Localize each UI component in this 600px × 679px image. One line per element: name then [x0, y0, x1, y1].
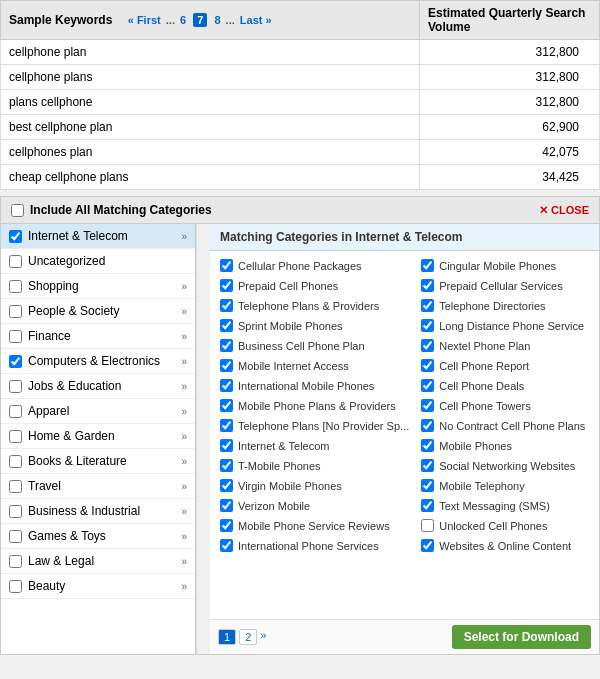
sidebar-scrollbar[interactable] [196, 224, 210, 654]
sidebar-item-computers-electronics[interactable]: Computers & Electronics » [1, 349, 195, 374]
cat-label-international-mobile-phones[interactable]: International Mobile Phones [238, 380, 374, 392]
cat-checkbox-prepaid-cell-phones[interactable] [220, 279, 233, 292]
cat-label-sprint-mobile-phones[interactable]: Sprint Mobile Phones [238, 320, 343, 332]
cat-checkbox-internet-telecom-match[interactable] [220, 439, 233, 452]
cat-label-telephone-plans-no-provider[interactable]: Telephone Plans [No Provider Sp... [238, 420, 409, 432]
cat-label-social-networking-websites[interactable]: Social Networking Websites [439, 460, 575, 472]
cat-checkbox-mobile-phone-service-reviews[interactable] [220, 519, 233, 532]
cat-label-cell-phone-towers[interactable]: Cell Phone Towers [439, 400, 531, 412]
cat-label-long-distance-phone-service[interactable]: Long Distance Phone Service [439, 320, 584, 332]
cat-checkbox-prepaid-cellular-services[interactable] [421, 279, 434, 292]
pagination-first[interactable]: « First [128, 14, 161, 26]
sidebar-checkbox-travel[interactable] [9, 480, 22, 493]
close-button[interactable]: ✕ CLOSE [539, 204, 589, 217]
sidebar-item-business-industrial[interactable]: Business & Industrial » [1, 499, 195, 524]
sidebar-checkbox-shopping[interactable] [9, 280, 22, 293]
cat-checkbox-cingular-mobile-phones[interactable] [421, 259, 434, 272]
cat-label-mobile-internet-access[interactable]: Mobile Internet Access [238, 360, 349, 372]
cat-checkbox-social-networking-websites[interactable] [421, 459, 434, 472]
sidebar-checkbox-books-literature[interactable] [9, 455, 22, 468]
cat-label-cellular-phone-packages[interactable]: Cellular Phone Packages [238, 260, 362, 272]
cat-label-mobile-phone-service-reviews[interactable]: Mobile Phone Service Reviews [238, 520, 390, 532]
sidebar-checkbox-jobs-education[interactable] [9, 380, 22, 393]
sidebar-item-books-literature[interactable]: Books & Literature » [1, 449, 195, 474]
cat-label-telephone-directories[interactable]: Telephone Directories [439, 300, 545, 312]
sidebar-item-uncategorized[interactable]: Uncategorized [1, 249, 195, 274]
cat-checkbox-long-distance-phone-service[interactable] [421, 319, 434, 332]
cat-label-mobile-phones[interactable]: Mobile Phones [439, 440, 512, 452]
cat-checkbox-mobile-internet-access[interactable] [220, 359, 233, 372]
sidebar-item-law-legal[interactable]: Law & Legal » [1, 549, 195, 574]
cat-checkbox-cell-phone-deals[interactable] [421, 379, 434, 392]
cat-checkbox-unlocked-cell-phones[interactable] [421, 519, 434, 532]
cat-label-internet-telecom-match[interactable]: Internet & Telecom [238, 440, 330, 452]
cat-checkbox-telephone-directories[interactable] [421, 299, 434, 312]
pagination-page7[interactable]: 7 [193, 13, 207, 27]
cat-label-cell-phone-report[interactable]: Cell Phone Report [439, 360, 529, 372]
sidebar-item-home-garden[interactable]: Home & Garden » [1, 424, 195, 449]
cat-page1[interactable]: 1 [218, 629, 236, 645]
cat-label-telephone-plans-providers[interactable]: Telephone Plans & Providers [238, 300, 379, 312]
cat-checkbox-cell-phone-towers[interactable] [421, 399, 434, 412]
cat-checkbox-mobile-phones[interactable] [421, 439, 434, 452]
cat-label-virgin-mobile-phones[interactable]: Virgin Mobile Phones [238, 480, 342, 492]
sidebar-checkbox-business-industrial[interactable] [9, 505, 22, 518]
cat-checkbox-business-cell-phone-plan[interactable] [220, 339, 233, 352]
pagination-last[interactable]: Last » [240, 14, 272, 26]
pagination-page8[interactable]: 8 [214, 14, 220, 26]
sidebar-item-internet-telecom[interactable]: Internet & Telecom » [1, 224, 195, 249]
pagination-page6[interactable]: 6 [180, 14, 186, 26]
sidebar-checkbox-law-legal[interactable] [9, 555, 22, 568]
sidebar-checkbox-apparel[interactable] [9, 405, 22, 418]
sidebar-item-finance[interactable]: Finance » [1, 324, 195, 349]
cat-checkbox-mobile-phone-plans-providers[interactable] [220, 399, 233, 412]
sidebar-item-games-toys[interactable]: Games & Toys » [1, 524, 195, 549]
sidebar-item-people-society[interactable]: People & Society » [1, 299, 195, 324]
sidebar-checkbox-home-garden[interactable] [9, 430, 22, 443]
sidebar-checkbox-computers-electronics[interactable] [9, 355, 22, 368]
cat-label-cell-phone-deals[interactable]: Cell Phone Deals [439, 380, 524, 392]
cat-label-international-phone-services[interactable]: International Phone Services [238, 540, 379, 552]
cat-label-mobile-telephony[interactable]: Mobile Telephony [439, 480, 524, 492]
cat-checkbox-text-messaging-sms[interactable] [421, 499, 434, 512]
cat-page2[interactable]: 2 [239, 629, 257, 645]
sidebar-item-jobs-education[interactable]: Jobs & Education » [1, 374, 195, 399]
sidebar-checkbox-uncategorized[interactable] [9, 255, 22, 268]
cat-label-websites-online-content[interactable]: Websites & Online Content [439, 540, 571, 552]
cat-checkbox-nextel-phone-plan[interactable] [421, 339, 434, 352]
cat-label-nextel-phone-plan[interactable]: Nextel Phone Plan [439, 340, 530, 352]
sidebar-item-shopping[interactable]: Shopping » [1, 274, 195, 299]
cat-label-business-cell-phone-plan[interactable]: Business Cell Phone Plan [238, 340, 365, 352]
cat-checkbox-international-mobile-phones[interactable] [220, 379, 233, 392]
cat-label-cingular-mobile-phones[interactable]: Cingular Mobile Phones [439, 260, 556, 272]
cat-checkbox-websites-online-content[interactable] [421, 539, 434, 552]
cat-label-unlocked-cell-phones[interactable]: Unlocked Cell Phones [439, 520, 547, 532]
sidebar-item-apparel[interactable]: Apparel » [1, 399, 195, 424]
cat-checkbox-international-phone-services[interactable] [220, 539, 233, 552]
cat-checkbox-telephone-plans-providers[interactable] [220, 299, 233, 312]
sidebar-checkbox-internet-telecom[interactable] [9, 230, 22, 243]
cat-label-verizon-mobile[interactable]: Verizon Mobile [238, 500, 310, 512]
cat-checkbox-telephone-plans-no-provider[interactable] [220, 419, 233, 432]
sidebar-checkbox-games-toys[interactable] [9, 530, 22, 543]
cat-checkbox-cell-phone-report[interactable] [421, 359, 434, 372]
cat-label-text-messaging-sms[interactable]: Text Messaging (SMS) [439, 500, 550, 512]
cat-checkbox-t-mobile-phones[interactable] [220, 459, 233, 472]
cat-label-prepaid-cellular-services[interactable]: Prepaid Cellular Services [439, 280, 563, 292]
cat-checkbox-no-contract-cell-phone-plans[interactable] [421, 419, 434, 432]
cat-checkbox-virgin-mobile-phones[interactable] [220, 479, 233, 492]
cat-checkbox-mobile-telephony[interactable] [421, 479, 434, 492]
cat-checkbox-cellular-phone-packages[interactable] [220, 259, 233, 272]
cat-checkbox-verizon-mobile[interactable] [220, 499, 233, 512]
select-download-button[interactable]: Select for Download [452, 625, 591, 649]
include-all-checkbox[interactable] [11, 204, 24, 217]
sidebar-item-travel[interactable]: Travel » [1, 474, 195, 499]
sidebar-checkbox-beauty[interactable] [9, 580, 22, 593]
cat-label-prepaid-cell-phones[interactable]: Prepaid Cell Phones [238, 280, 338, 292]
cat-checkbox-sprint-mobile-phones[interactable] [220, 319, 233, 332]
cat-label-mobile-phone-plans-providers[interactable]: Mobile Phone Plans & Providers [238, 400, 396, 412]
cat-label-no-contract-cell-phone-plans[interactable]: No Contract Cell Phone Plans [439, 420, 585, 432]
cat-label-t-mobile-phones[interactable]: T-Mobile Phones [238, 460, 321, 472]
sidebar-checkbox-finance[interactable] [9, 330, 22, 343]
sidebar-checkbox-people-society[interactable] [9, 305, 22, 318]
